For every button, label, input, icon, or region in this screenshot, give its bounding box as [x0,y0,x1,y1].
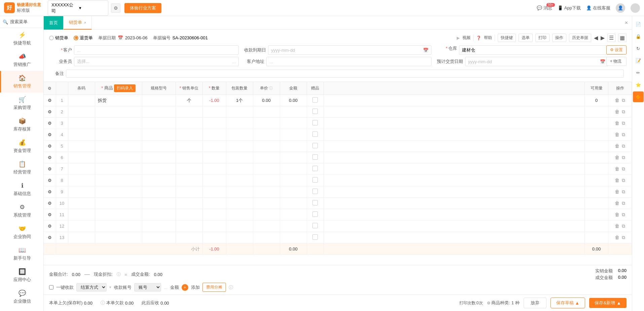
td-barcode-6[interactable] [68,163,95,175]
td-amount-5[interactable] [280,152,307,163]
td-settings-0[interactable]: ⚙ [44,95,56,106]
td-pkg-0[interactable]: 1个 [226,95,253,106]
td-settings-12[interactable]: ⚙ [44,232,56,243]
btn-save-new[interactable]: 保存&新增 ▲ [589,298,627,308]
dots-account[interactable]: ... [164,285,167,290]
sidebar-item-appstore[interactable]: 🔲 应用中心 [0,265,43,286]
sidebar-item-purchase[interactable]: 🛒 采购管理 [0,92,43,114]
td-spec-6[interactable] [142,163,176,175]
td-amount-11[interactable] [280,221,307,232]
td-settings-9[interactable]: ⚙ [44,198,56,209]
td-amount-9[interactable] [280,198,307,209]
td-product-2[interactable] [95,118,142,129]
td-amount-6[interactable] [280,163,307,175]
td-pkg-6[interactable] [226,163,253,175]
td-price-10[interactable] [253,209,280,221]
td-unit-3[interactable] [176,129,202,141]
add-payment-btn[interactable]: + [182,284,188,291]
td-amount-7[interactable] [280,175,307,186]
td-unit-5[interactable] [176,152,202,163]
list-view-icon[interactable]: ☰ [607,34,615,42]
td-barcode-3[interactable] [68,129,95,141]
grid-view-icon[interactable]: ▦ [618,34,627,42]
delete-btn-12[interactable]: 🗑 [614,234,620,241]
td-qty-11[interactable] [202,221,226,232]
trial-button[interactable]: 体验行业方案 [124,3,161,13]
delete-btn-7[interactable]: 🗑 [614,177,620,184]
td-product-3[interactable] [95,129,142,141]
warehouse-input[interactable]: 建材仓 ... [459,45,624,55]
tab-sales-order[interactable]: 销货单 × [64,16,92,30]
rs-item-orange[interactable]: 🔶 [633,91,644,102]
btn-logistics[interactable]: + 物流 [606,57,627,66]
td-spec-4[interactable] [142,141,176,152]
td-qty-4[interactable] [202,141,226,152]
td-gift-6[interactable] [307,163,324,175]
td-barcode-11[interactable] [68,221,95,232]
td-settings-11[interactable]: ⚙ [44,221,56,232]
td-pkg-12[interactable] [226,232,253,243]
copy-btn-4[interactable]: ⧉ [621,143,626,150]
td-spec-5[interactable] [142,152,176,163]
copy-btn-1[interactable]: ⧉ [621,108,626,115]
calc-method-select[interactable]: 结算方式 [76,283,107,291]
delete-btn-2[interactable]: 🗑 [614,120,620,126]
delete-btn-10[interactable]: 🗑 [614,211,620,218]
delete-btn-3[interactable]: 🗑 [614,131,620,138]
td-gift-4[interactable] [307,141,324,152]
td-product-4[interactable] [95,141,142,152]
td-price-3[interactable] [253,129,280,141]
td-price-7[interactable] [253,175,280,186]
td-spec-7[interactable] [142,175,176,186]
copy-btn-10[interactable]: ⧉ [621,211,626,218]
td-pkg-11[interactable] [226,221,253,232]
td-gift-8[interactable] [307,186,324,198]
th-settings[interactable]: ⚙ [44,82,56,95]
sidebar-item-operations[interactable]: 📋 经营管理 [0,157,43,179]
td-settings-8[interactable]: ⚙ [44,186,56,198]
td-unit-6[interactable] [176,163,202,175]
sidebar-item-basic[interactable]: ℹ 基础信息 [0,179,43,200]
online-service-item[interactable]: 👤 在线客服 [586,5,610,11]
company-selector[interactable]: XXXXXX公司 ▾ [48,0,108,16]
td-amount-10[interactable] [280,209,307,221]
td-qty-3[interactable] [202,129,226,141]
td-spec-3[interactable] [142,129,176,141]
td-amount-1[interactable] [280,106,307,118]
td-spec-11[interactable] [142,221,176,232]
td-amount-3[interactable] [280,129,307,141]
scan-btn[interactable]: 扫码录入 [114,84,136,92]
td-barcode-2[interactable] [68,118,95,129]
td-product-0[interactable]: 拆货 [95,95,142,106]
td-product-12[interactable] [95,232,142,243]
td-pkg-4[interactable] [226,141,253,152]
td-unit-2[interactable] [176,118,202,129]
td-unit-7[interactable] [176,175,202,186]
expense-split-btn[interactable]: 费用分摊 [202,283,226,292]
message-item[interactable]: 💬 消息 99+ [537,5,552,11]
td-price-1[interactable] [253,106,280,118]
td-settings-6[interactable]: ⚙ [44,163,56,175]
td-gift-11[interactable] [307,221,324,232]
rs-item-edit[interactable]: ✏ [633,67,644,78]
td-settings-3[interactable]: ⚙ [44,129,56,141]
td-pkg-7[interactable] [226,175,253,186]
td-barcode-1[interactable] [68,106,95,118]
tab-home[interactable]: 首页 [44,16,64,30]
td-barcode-8[interactable] [68,186,95,198]
copy-btn-8[interactable]: ⧉ [621,188,626,195]
radio-sales-order[interactable]: 销货单 [49,35,68,41]
td-price-5[interactable] [253,152,280,163]
copy-btn-3[interactable]: ⧉ [621,131,626,138]
td-barcode-12[interactable] [68,232,95,243]
delete-btn-11[interactable]: 🗑 [614,223,620,229]
btn-operate[interactable]: 操作 [552,34,566,42]
rs-item-lock[interactable]: 🔒 [633,31,644,42]
calc-dropdown-icon[interactable]: ▾ [109,285,111,289]
td-qty-7[interactable] [202,175,226,186]
td-settings-5[interactable]: ⚙ [44,152,56,163]
td-gift-5[interactable] [307,152,324,163]
td-gift-7[interactable] [307,175,324,186]
td-settings-1[interactable]: ⚙ [44,106,56,118]
avatar-extra[interactable] [631,3,640,13]
